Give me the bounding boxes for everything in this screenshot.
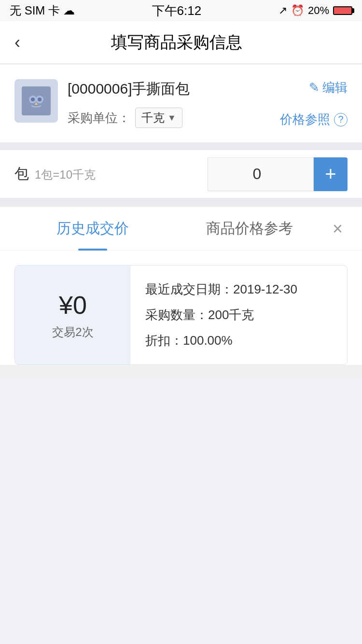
qty-value: 200千克 (208, 308, 254, 322)
svg-marker-4 (35, 102, 38, 105)
product-image (14, 79, 58, 123)
section-divider-2 (0, 198, 362, 206)
tab-price-label: 商品价格参考 (206, 219, 293, 238)
nav-bar: ‹ 填写商品采购信息 (0, 21, 362, 64)
price-value: 0 (73, 291, 87, 319)
history-card: ¥0 交易2次 最近成交日期：2019-12-30 采购数量：200千克 折扣：… (14, 265, 348, 365)
price-ref-label: 价格参照 (280, 111, 330, 128)
page-title: 填写商品采购信息 (30, 31, 323, 54)
edit-label: 编辑 (322, 79, 348, 96)
history-left: ¥0 交易2次 (15, 266, 131, 364)
history-right: 最近成交日期：2019-12-30 采购数量：200千克 折扣：100.00% (131, 266, 347, 364)
history-quantity-row: 采购数量：200千克 (145, 306, 333, 324)
question-icon: ? (334, 113, 348, 126)
tab-product-price[interactable]: 商品价格参考 (171, 207, 327, 251)
quantity-input[interactable] (208, 157, 314, 191)
quantity-hint: 1包=10千克 (35, 167, 96, 182)
sim-label: 无 SIM 卡 ☁ (10, 3, 75, 18)
svg-point-3 (38, 98, 42, 101)
unit-select[interactable]: 千克 ▼ (135, 108, 182, 128)
date-label: 最近成交日期： (145, 282, 233, 296)
product-thumbnail (22, 86, 51, 115)
product-name: [0000006]手撕面包 (68, 79, 348, 99)
svg-point-2 (31, 98, 35, 101)
discount-value: 100.00% (183, 333, 233, 348)
battery-percent: 20% (308, 4, 329, 17)
discount-label: 折扣： (145, 333, 183, 348)
alarm-icon: ⏰ (291, 4, 304, 17)
price-symbol: ¥ (59, 291, 73, 319)
unit-label: 采购单位： (68, 110, 130, 126)
history-count: 交易2次 (52, 324, 93, 340)
status-bar: 无 SIM 卡 ☁ 下午6:12 ↗ ⏰ 20% (0, 0, 362, 21)
tab-panel: 历史成交价 商品价格参考 × ¥0 交易2次 最近成交日期：2019-12-30… (0, 207, 362, 365)
main-background (0, 379, 362, 644)
price-ref-button[interactable]: 价格参照 ? (280, 111, 348, 128)
quantity-plus-button[interactable]: + (314, 157, 348, 191)
battery-icon (333, 6, 352, 15)
edit-icon: ✎ (309, 80, 320, 95)
section-divider (0, 142, 362, 150)
qty-label: 采购数量： (145, 308, 208, 322)
quantity-label-group: 包 1包=10千克 (14, 164, 208, 184)
chevron-down-icon: ▼ (167, 113, 176, 123)
history-discount-row: 折扣：100.00% (145, 331, 333, 350)
close-button[interactable]: × (328, 214, 348, 244)
status-time: 下午6:12 (152, 2, 202, 19)
unit-value: 千克 (141, 110, 165, 126)
edit-button[interactable]: ✎ 编辑 (309, 79, 348, 96)
quantity-unit: 包 (14, 164, 29, 184)
location-icon: ↗ (278, 4, 287, 17)
quantity-row: 包 1包=10千克 + (0, 150, 362, 198)
date-value: 2019-12-30 (233, 282, 297, 296)
status-right: ↗ ⏰ 20% (278, 4, 352, 17)
tab-history-price[interactable]: 历史成交价 (14, 207, 171, 251)
product-card: [0000006]手撕面包 采购单位： 千克 ▼ ✎ 编辑 价格参照 ? (0, 65, 362, 142)
tab-history-label: 历史成交价 (56, 219, 129, 238)
tab-header: 历史成交价 商品价格参考 × (0, 207, 362, 251)
status-left: 无 SIM 卡 ☁ (10, 3, 75, 18)
history-date-row: 最近成交日期：2019-12-30 (145, 280, 333, 299)
back-button[interactable]: ‹ (14, 28, 30, 57)
quantity-input-group: + (208, 157, 348, 191)
history-price: ¥0 (59, 291, 87, 320)
